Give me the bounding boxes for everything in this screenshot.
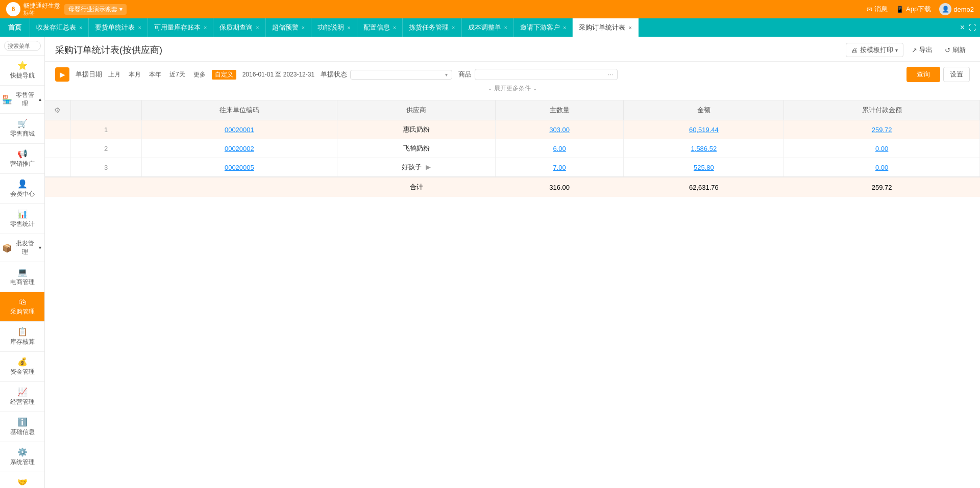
filter-bar: ▶ 单据日期 上月 本月 本年 近7天 更多 自定义 2016-01-01 至 … bbox=[45, 62, 980, 100]
tab-chengbenzhengji[interactable]: 成本调整单 × bbox=[462, 18, 514, 37]
tab-baozhouxuncha[interactable]: 保质期查询 × bbox=[213, 18, 265, 37]
qty-link[interactable]: 7.00 bbox=[553, 164, 566, 171]
amount-link[interactable]: 525.80 bbox=[694, 164, 714, 171]
close-icon[interactable]: × bbox=[393, 24, 396, 31]
date-7days-button[interactable]: 近7天 bbox=[166, 69, 188, 80]
account-selector[interactable]: 母婴行业演示账套 ▾ bbox=[64, 4, 127, 15]
date-more-button[interactable]: 更多 bbox=[190, 69, 209, 80]
tab-yaohuodanjiance[interactable]: 要货单统计表 × bbox=[89, 18, 148, 37]
box-icon: 📦 bbox=[2, 243, 12, 253]
paid-link[interactable]: 0.00 bbox=[875, 164, 888, 171]
close-icon[interactable]: × bbox=[204, 24, 207, 31]
sidebar-item-qiyexietong[interactable]: 🤝 企业协同 bbox=[0, 472, 44, 488]
gear-icon: ⚙️ bbox=[17, 447, 28, 457]
close-icon[interactable]: × bbox=[302, 24, 305, 31]
store-icon: 🏪 bbox=[2, 95, 12, 105]
date-this-year-button[interactable]: 本年 bbox=[146, 69, 164, 80]
table-header-row: ⚙ 往来单位编码 供应商 主数量 金额 累计付款金额 bbox=[45, 100, 980, 120]
close-icon[interactable]: × bbox=[563, 24, 566, 31]
sidebar-item-yingxiao[interactable]: 📢 营销推广 bbox=[0, 144, 44, 174]
search-input[interactable] bbox=[4, 41, 41, 51]
app-download-button[interactable]: 📱 App下载 bbox=[896, 5, 931, 14]
qty-link[interactable]: 6.00 bbox=[553, 145, 566, 152]
row-index-cell: 3 bbox=[70, 158, 141, 177]
tab-tuohuorenwu[interactable]: 拣货任务管理 × bbox=[403, 18, 461, 37]
page-header: 采购订单统计表(按供应商) 🖨 按模板打印 ▾ ↗ 导出 ↺ 刷新 bbox=[45, 37, 980, 62]
sidebar-item-jingying[interactable]: 📈 经营管理 bbox=[0, 382, 44, 412]
maximize-button[interactable]: ⛶ bbox=[969, 23, 976, 32]
clipboard-icon: 📋 bbox=[17, 327, 28, 337]
date-quick-buttons: 上月 本月 本年 近7天 更多 bbox=[105, 69, 209, 80]
row-paid-cell: 259.72 bbox=[784, 120, 980, 139]
close-icon[interactable]: × bbox=[504, 24, 507, 31]
product-input[interactable]: ··· bbox=[475, 69, 618, 80]
close-icon[interactable]: × bbox=[628, 24, 631, 31]
tab-gongnengzhujie[interactable]: 功能说明 × bbox=[311, 18, 357, 37]
code-link[interactable]: 00020002 bbox=[225, 145, 254, 152]
sidebar-item-lingshougongchang[interactable]: 🛒 零售商城 bbox=[0, 114, 44, 144]
close-icon[interactable]: × bbox=[79, 24, 82, 31]
messages-button[interactable]: ✉ 消息 bbox=[867, 5, 888, 14]
row-paid-cell: 0.00 bbox=[784, 158, 980, 177]
expand-more-button[interactable]: ⌄ 展开更多条件 ⌄ bbox=[488, 84, 537, 93]
megaphone-icon: 📢 bbox=[17, 149, 28, 159]
tab-shoufahuiyi[interactable]: 收发存汇总表 × bbox=[30, 18, 89, 37]
close-icon[interactable]: × bbox=[452, 24, 455, 31]
amount-link[interactable]: 60,519.44 bbox=[689, 126, 719, 134]
top-bar-right: ✉ 消息 📱 App下载 👤 demo2 bbox=[867, 3, 974, 15]
tab-chaochuyujing[interactable]: 超储预警 × bbox=[266, 18, 311, 37]
filter-date-item: 单据日期 上月 本月 本年 近7天 更多 自定义 bbox=[76, 69, 236, 80]
close-icon[interactable]: × bbox=[347, 24, 350, 31]
paid-column-header: 累计付款金额 bbox=[784, 100, 980, 120]
sidebar-item-pifaguanli[interactable]: 📦 批发管理 ▼ bbox=[0, 234, 44, 262]
query-button[interactable]: 查询 bbox=[906, 67, 940, 82]
filter-toggle-button[interactable]: ▶ bbox=[55, 67, 69, 82]
date-last-month-button[interactable]: 上月 bbox=[105, 69, 124, 80]
user-avatar[interactable]: 👤 demo2 bbox=[939, 3, 974, 15]
sidebar-item-lingshoutongji[interactable]: 📊 零售统计 bbox=[0, 204, 44, 234]
sidebar-item-dianshang[interactable]: 💻 电商管理 bbox=[0, 262, 44, 292]
date-this-month-button[interactable]: 本月 bbox=[126, 69, 144, 80]
sidebar-item-kucun[interactable]: 📋 库存核算 bbox=[0, 322, 44, 352]
close-icon[interactable]: × bbox=[256, 24, 259, 31]
paid-link[interactable]: 0.00 bbox=[875, 145, 888, 152]
paid-link[interactable]: 259.72 bbox=[872, 126, 892, 134]
sidebar-item-kuaijie[interactable]: ⭐ 快捷导航 bbox=[0, 56, 44, 86]
sidebar-search-area bbox=[0, 37, 44, 56]
date-custom-badge[interactable]: 自定义 bbox=[212, 70, 236, 80]
tab-home[interactable]: 首页 bbox=[0, 18, 30, 37]
chevron-down-icon: ▼ bbox=[38, 245, 42, 250]
export-button[interactable]: ↗ 导出 bbox=[908, 43, 937, 57]
refresh-button[interactable]: ↺ 刷新 bbox=[941, 43, 970, 57]
filter-row-1: ▶ 单据日期 上月 本月 本年 近7天 更多 自定义 2016-01-01 至 … bbox=[55, 67, 970, 82]
row-supplier-cell: 惠氏奶粉 bbox=[337, 120, 496, 139]
close-tab-button[interactable]: × bbox=[960, 23, 965, 32]
tab-yaoqingyouke[interactable]: 邀请下游客户 × bbox=[514, 18, 573, 37]
close-icon[interactable]: × bbox=[138, 24, 141, 31]
sidebar-item-zijin[interactable]: 💰 资金管理 bbox=[0, 352, 44, 382]
sidebar-item-jichu[interactable]: ℹ️ 基础信息 bbox=[0, 412, 44, 442]
setting-button[interactable]: 设置 bbox=[943, 67, 970, 82]
tab-keyonliangku[interactable]: 可用量库存账本 × bbox=[148, 18, 213, 37]
gear-icon[interactable]: ⚙ bbox=[54, 106, 61, 114]
status-select[interactable]: ▾ bbox=[350, 70, 452, 80]
sidebar-item-xitong[interactable]: ⚙️ 系统管理 bbox=[0, 442, 44, 472]
code-link[interactable]: 00020005 bbox=[225, 164, 254, 171]
amount-link[interactable]: 1,586.52 bbox=[691, 145, 717, 152]
sidebar-item-huiyuan[interactable]: 👤 会员中心 bbox=[0, 174, 44, 204]
nav-tabs-bar: 首页 收发存汇总表 × 要货单统计表 × 可用量库存账本 × 保质期查询 × 超… bbox=[0, 18, 980, 37]
sidebar-item-caigou[interactable]: 🛍 采购管理 bbox=[0, 292, 44, 322]
row-index-cell: 2 bbox=[70, 139, 141, 158]
code-link[interactable]: 00020001 bbox=[225, 126, 254, 134]
tab-peizhixinxi[interactable]: 配置信息 × bbox=[357, 18, 403, 37]
expand-icon[interactable]: ▶ bbox=[426, 163, 431, 171]
qty-link[interactable]: 303.00 bbox=[549, 126, 570, 134]
sidebar-item-lingshou[interactable]: 🏪 零售管理 ▲ bbox=[0, 86, 44, 114]
settings-column-header[interactable]: ⚙ bbox=[45, 100, 70, 120]
tab-caigoudingdantongji[interactable]: 采购订单统计表 × bbox=[573, 18, 638, 37]
print-button[interactable]: 🖨 按模板打印 ▾ bbox=[846, 43, 903, 57]
sidebar: ⭐ 快捷导航 🏪 零售管理 ▲ 🛒 零售商城 📢 营销推广 👤 会员中心 📊 零… bbox=[0, 37, 45, 488]
chevron-down-icon: ▾ bbox=[445, 72, 448, 78]
top-bar: 6 畅捷通好生意 标签 母婴行业演示账套 ▾ ✉ 消息 📱 App下载 👤 de… bbox=[0, 0, 980, 18]
chart-icon: 📊 bbox=[17, 209, 28, 219]
